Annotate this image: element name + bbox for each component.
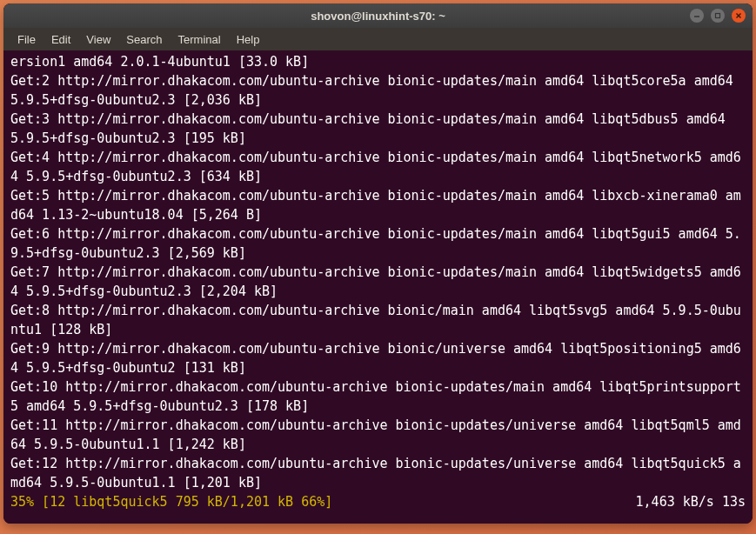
minimize-icon <box>693 12 700 19</box>
output-line: Get:4 http://mirror.dhakacom.com/ubuntu-… <box>10 150 741 184</box>
output-line: Get:7 http://mirror.dhakacom.com/ubuntu-… <box>10 264 741 299</box>
titlebar: shovon@linuxhint-s70: ~ <box>3 3 753 28</box>
window-controls <box>690 9 746 23</box>
menu-file[interactable]: File <box>10 30 43 50</box>
output-line: Get:11 http://mirror.dhakacom.com/ubuntu… <box>10 417 741 452</box>
maximize-button[interactable] <box>711 9 725 23</box>
output-line: Get:12 http://mirror.dhakacom.com/ubuntu… <box>10 456 741 491</box>
terminal-output[interactable]: ersion1 amd64 2.0.1-4ubuntu1 [33.0 kB] G… <box>3 50 753 524</box>
output-line: Get:9 http://mirror.dhakacom.com/ubuntu-… <box>10 341 741 376</box>
output-line: Get:3 http://mirror.dhakacom.com/ubuntu-… <box>10 111 733 146</box>
window-title: shovon@linuxhint-s70: ~ <box>311 10 445 23</box>
menubar: File Edit View Search Terminal Help <box>3 28 753 50</box>
output-line: Get:6 http://mirror.dhakacom.com/ubuntu-… <box>10 226 741 261</box>
output-line: Get:8 http://mirror.dhakacom.com/ubuntu-… <box>10 303 741 337</box>
progress-status: 35% [12 libqt5quick5 795 kB/1,201 kB 66%… <box>10 492 332 511</box>
minimize-button[interactable] <box>690 9 704 23</box>
output-line: ersion1 amd64 2.0.1-4ubuntu1 [33.0 kB] <box>10 54 309 70</box>
output-line: Get:5 http://mirror.dhakacom.com/ubuntu-… <box>10 188 741 223</box>
menu-view[interactable]: View <box>79 30 117 50</box>
menu-search[interactable]: Search <box>119 30 169 50</box>
menu-help[interactable]: Help <box>230 30 267 50</box>
close-button[interactable] <box>732 9 746 23</box>
menu-edit[interactable]: Edit <box>44 30 77 50</box>
maximize-icon <box>714 12 721 19</box>
output-line: Get:2 http://mirror.dhakacom.com/ubuntu-… <box>10 73 741 108</box>
progress-speed: 1,463 kB/s 13s <box>636 492 746 511</box>
terminal-window: shovon@linuxhint-s70: ~ File Edit View S… <box>3 3 753 524</box>
svg-rect-1 <box>716 14 720 18</box>
progress-line: 35% [12 libqt5quick5 795 kB/1,201 kB 66%… <box>10 492 746 511</box>
menu-terminal[interactable]: Terminal <box>171 30 228 50</box>
output-line: Get:10 http://mirror.dhakacom.com/ubuntu… <box>10 379 741 414</box>
close-icon <box>735 12 742 19</box>
